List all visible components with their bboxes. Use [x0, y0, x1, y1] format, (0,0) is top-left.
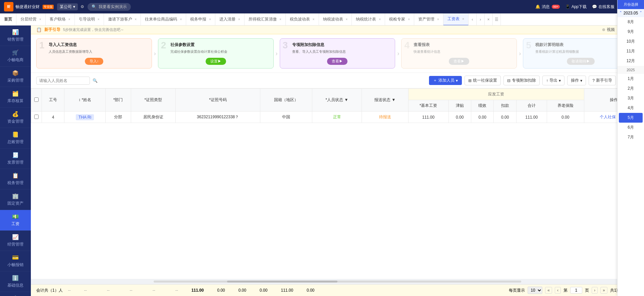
- sidebar-item-expense[interactable]: 💳 小畅报销: [0, 251, 31, 271]
- close-icon[interactable]: ×: [98, 17, 100, 21]
- close-icon[interactable]: ×: [238, 17, 240, 21]
- message-btn[interactable]: 🔔 消息 99+: [535, 4, 559, 10]
- cell-basic-salary: 111.00: [408, 112, 448, 123]
- tab-assets[interactable]: 资产管理×: [414, 13, 443, 26]
- newguide-btn[interactable]: ? 新手引导: [589, 76, 616, 85]
- tab-next-btn[interactable]: ›: [477, 13, 485, 26]
- operation-btn[interactable]: 操作 ▾: [567, 76, 586, 85]
- step-4-btn[interactable]: 查看▶: [449, 58, 469, 65]
- row-checkbox[interactable]: [34, 115, 39, 119]
- content-area: 📋 新手引导 5步快速完成设置，快去完善信息吧～ ⊙ 视频 ⊙ 帮助 ✕ 1 导…: [31, 26, 644, 296]
- next-page-btn[interactable]: ›: [592, 287, 598, 294]
- month-10[interactable]: 10月: [618, 37, 644, 46]
- footer-total: 111.00: [281, 288, 293, 293]
- company-dropdown[interactable]: 某公司 ▾: [57, 3, 78, 10]
- sidebar-item-ecommerce[interactable]: 🛒 小畅电商: [0, 46, 31, 67]
- tab-prev-btn[interactable]: ‹: [469, 13, 477, 26]
- demo-search[interactable]: 🔍 我要看实例演示: [88, 3, 131, 11]
- settings-icon[interactable]: ⚙: [80, 4, 84, 9]
- app-download-btn[interactable]: 📱 App下载: [565, 4, 587, 10]
- tab-menu-btn[interactable]: ☰: [493, 13, 501, 26]
- search-input[interactable]: [36, 77, 90, 85]
- month-4[interactable]: 4月: [618, 103, 644, 113]
- tab-tax-burden[interactable]: 税负波动表×: [286, 13, 319, 26]
- step-2-btn[interactable]: 设置▶: [206, 58, 226, 65]
- sidebar-item-system[interactable]: ⚙️ 系统管理: [0, 292, 31, 296]
- last-page-btn[interactable]: »: [600, 287, 607, 294]
- tab-income-tax[interactable]: 所得税汇算清缴×: [245, 13, 286, 26]
- tab-invite[interactable]: 邀请下游客户×: [104, 13, 141, 26]
- month-9[interactable]: 9月: [618, 27, 644, 37]
- close-icon[interactable]: ×: [313, 17, 315, 21]
- per-page-select[interactable]: 10 20 50: [528, 287, 542, 294]
- tab-yindao[interactable]: 引导说明×: [75, 13, 104, 26]
- month-1[interactable]: 1月: [618, 74, 644, 84]
- page-input[interactable]: [570, 287, 582, 294]
- tab-kehu[interactable]: 客户联络×: [46, 13, 75, 26]
- sidebar-item-management[interactable]: 📈 经营管理: [0, 230, 31, 251]
- step-1-btn[interactable]: 导入↑: [85, 58, 104, 65]
- close-icon[interactable]: ×: [437, 17, 439, 21]
- sidebar-item-finance[interactable]: 💰 资金管理: [0, 108, 31, 128]
- tab-tax-declare[interactable]: 税务申报×: [186, 13, 215, 26]
- prev-page-btn[interactable]: ‹: [555, 287, 561, 294]
- tab-home[interactable]: 首页: [0, 13, 16, 26]
- tab-tax-wave[interactable]: 纳税波动表×: [319, 13, 352, 26]
- tab-tax-stat[interactable]: 纳税统计表×: [352, 13, 385, 26]
- close-icon[interactable]: ×: [408, 17, 410, 21]
- close-icon[interactable]: ×: [209, 17, 211, 21]
- guide-video-btn[interactable]: ⊙ 视频: [602, 27, 614, 33]
- close-icon[interactable]: ×: [68, 17, 70, 21]
- month-2[interactable]: 2月: [618, 84, 644, 93]
- add-person-button[interactable]: ＋ 添加人员 ▾: [429, 76, 462, 85]
- tab-salary[interactable]: 工资表×: [443, 13, 469, 26]
- online-service-btn[interactable]: 💬 在线客服: [592, 4, 614, 10]
- sidebar-item-salary[interactable]: 💵 工资: [0, 210, 31, 230]
- horizontal-scrollbar[interactable]: [31, 279, 644, 284]
- month-5[interactable]: 5月: [619, 113, 643, 123]
- inventory-icon: 🗂️: [12, 90, 19, 97]
- sidebar-item-sales[interactable]: 📊 销售管理: [0, 26, 31, 46]
- close-icon[interactable]: ×: [379, 17, 381, 21]
- month-3[interactable]: 3月: [618, 93, 644, 103]
- social-security-btn[interactable]: ⊞ 统一社保设置: [465, 76, 501, 85]
- tab-fen-ceng[interactable]: 分层经营×: [16, 13, 46, 26]
- month-12[interactable]: 12月: [618, 56, 644, 66]
- sidebar-item-purchase[interactable]: 📦 采购管理: [0, 67, 31, 87]
- export-btn[interactable]: ↑ 导出 ▾: [542, 76, 565, 85]
- footer-pension-total: 0.00: [307, 288, 314, 293]
- first-page-btn[interactable]: «: [545, 287, 552, 294]
- sidebar-item-tax[interactable]: 📋 税务管理: [0, 169, 31, 189]
- main-layout: 📊 销售管理 🛒 小畅电商 📦 采购管理 🗂️ 库存核算 💰 资金管理 📒 总账…: [0, 26, 644, 296]
- sidebar-item-inventory[interactable]: 🗂️ 库存核算: [0, 87, 31, 108]
- close-icon[interactable]: ×: [180, 17, 182, 21]
- month-7[interactable]: 7月: [618, 132, 644, 142]
- sidebar-item-basic-info[interactable]: ℹ️ 基础信息: [0, 271, 31, 292]
- toolbar: 🔍 ＋ 添加人员 ▾ ⊞ 统一社保设置 ⊟ 专项附加扣除 ↑ 导出: [31, 73, 644, 88]
- close-icon-salary[interactable]: ×: [462, 17, 464, 21]
- close-icon[interactable]: ×: [39, 17, 41, 21]
- cell-deduction: 0.00: [494, 112, 516, 123]
- tab-tax-expert[interactable]: 税检专家×: [385, 13, 414, 26]
- step-3-btn[interactable]: 查看▶: [327, 58, 347, 65]
- month-11[interactable]: 11月: [618, 46, 644, 56]
- management-icon: 📈: [12, 234, 19, 240]
- special-deduction-btn[interactable]: ⊟ 专项附加扣除: [503, 76, 540, 85]
- tab-qingce[interactable]: 进入清册×: [215, 13, 245, 26]
- search-button[interactable]: 🔍: [93, 78, 98, 83]
- close-icon[interactable]: ×: [346, 17, 348, 21]
- close-icon[interactable]: ×: [135, 17, 137, 21]
- month-6[interactable]: 6月: [618, 123, 644, 132]
- expense-icon: 💳: [12, 254, 19, 261]
- sidebar-item-fixed-assets[interactable]: 🏢 固定资产: [0, 189, 31, 210]
- logo[interactable]: 财 畅捷通好业财 专业版: [4, 2, 54, 11]
- sidebar-item-ledger[interactable]: 📒 总账管理: [0, 128, 31, 149]
- sidebar-item-invoice[interactable]: 🧾 发票管理: [0, 149, 31, 169]
- personal-insurance-btn[interactable]: 个人社保: [600, 115, 616, 119]
- tab-close-all-btn[interactable]: ×: [485, 13, 493, 26]
- select-all-checkbox[interactable]: [34, 97, 39, 102]
- step-5-btn[interactable]: 敬请期待▶: [567, 58, 595, 65]
- close-icon[interactable]: ×: [279, 17, 281, 21]
- tab-product-code[interactable]: 往来单位商品编码×: [141, 13, 186, 26]
- fixed-assets-icon: 🏢: [12, 193, 19, 199]
